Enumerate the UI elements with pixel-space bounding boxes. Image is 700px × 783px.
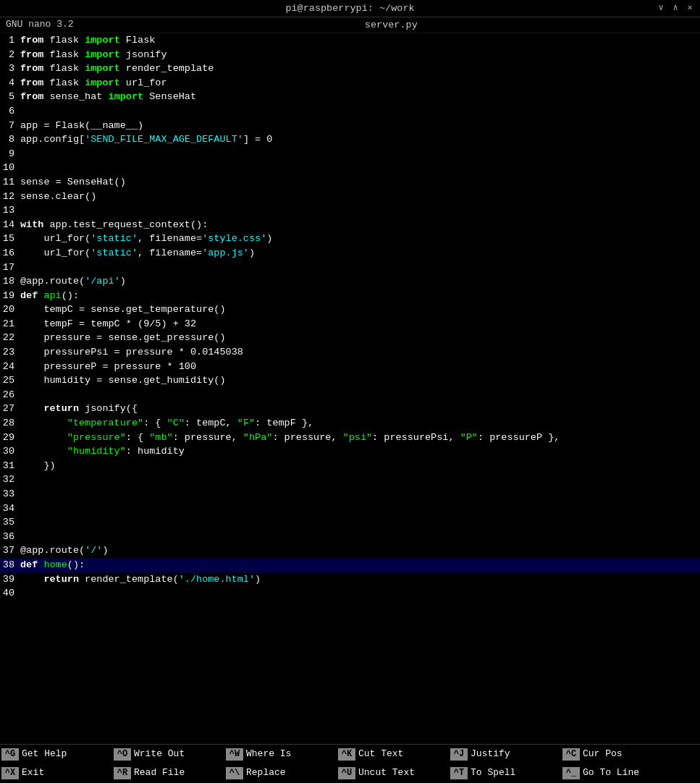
shortcut-label: Read File (134, 766, 185, 780)
line-number: 29 (0, 431, 20, 445)
code-line-7: 7app = Flask(__name__) (0, 119, 700, 133)
maximize-button[interactable]: ∧ (670, 3, 681, 14)
title-bar: pi@raspberrypi: ~/work ∨ ∧ ✕ (0, 0, 700, 17)
line-number: 10 (0, 161, 20, 175)
shortcut-label: To Spell (471, 766, 515, 780)
code-line-11: 11sense = SenseHat() (0, 175, 700, 190)
code-line-15: 15 url_for('static', filename='style.css… (0, 232, 700, 246)
code-line-16: 16 url_for('static', filename='app.js') (0, 246, 700, 261)
code-line-9: 9 (0, 147, 700, 161)
window-controls[interactable]: ∨ ∧ ✕ (655, 3, 696, 14)
shortcut-label: Cur Pos (583, 748, 623, 761)
shortcut-key: ^X (1, 767, 19, 779)
line-number: 6 (0, 104, 20, 119)
line-content: url_for('static', filename='app.js') (20, 246, 255, 261)
line-content: from flask import Flask (20, 33, 155, 48)
line-number: 27 (0, 402, 20, 416)
line-number: 4 (0, 76, 20, 90)
shortcut-item[interactable]: ^UUncut Text (338, 766, 450, 780)
code-line-3: 3from flask import render_template (0, 62, 700, 76)
line-content: sense = SenseHat() (20, 175, 126, 190)
shortcut-key: ^U (338, 767, 355, 779)
line-number: 21 (0, 317, 20, 331)
shortcut-key: ^T (450, 767, 468, 779)
code-line-26: 26 (0, 388, 700, 402)
shortcut-item[interactable]: ^GGet Help (1, 748, 114, 761)
code-line-33: 33 (0, 487, 700, 501)
minimize-button[interactable]: ∨ (655, 3, 667, 14)
line-number: 37 (0, 543, 20, 558)
line-number: 1 (0, 33, 20, 48)
code-line-8: 8app.config['SEND_FILE_MAX_AGE_DEFAULT']… (0, 132, 700, 147)
line-number: 36 (0, 530, 20, 544)
shortcut-key: ^_ (562, 767, 580, 779)
shortcut-item[interactable]: ^OWrite Out (114, 748, 226, 761)
line-content: def home(): (20, 558, 85, 572)
code-line-28: 28 "temperature": { "C": tempC, "F": tem… (0, 416, 700, 431)
code-line-30: 30 "humidity": humidity (0, 444, 700, 459)
shortcut-item[interactable]: ^XExit (1, 766, 114, 780)
line-number: 22 (0, 331, 20, 345)
close-button[interactable]: ✕ (684, 3, 696, 14)
line-number: 38 (0, 558, 20, 572)
code-line-25: 25 humidity = sense.get_humidity() (0, 373, 700, 388)
shortcut-item[interactable]: ^RRead File (114, 766, 226, 780)
shortcut-key: ^W (226, 748, 243, 761)
line-content: def api(): (20, 289, 79, 303)
line-content: pressure = sense.get_pressure() (20, 331, 226, 345)
line-content: pressurePsi = pressure * 0.0145038 (20, 345, 243, 360)
code-line-2: 2from flask import jsonify (0, 48, 700, 62)
code-line-37: 37@app.route('/') (0, 543, 700, 558)
code-line-19: 19def api(): (0, 289, 700, 303)
line-number: 28 (0, 416, 20, 431)
line-number: 3 (0, 62, 20, 76)
code-line-10: 10 (0, 161, 700, 175)
line-number: 35 (0, 515, 20, 530)
line-content: from sense_hat import SenseHat (20, 90, 196, 104)
code-line-27: 27 return jsonify({ (0, 402, 700, 416)
line-number: 16 (0, 246, 20, 261)
shortcut-label: Replace (246, 766, 286, 780)
shortcut-label: Exit (22, 766, 44, 780)
shortcut-row-1: ^GGet Help^OWrite Out^WWhere Is^KCut Tex… (0, 745, 700, 764)
line-content: from flask import jsonify (20, 48, 167, 62)
shortcut-item[interactable]: ^\Replace (226, 766, 338, 780)
shortcut-key: ^K (338, 748, 355, 761)
code-line-29: 29 "pressure": { "mb": pressure, "hPa": … (0, 431, 700, 445)
shortcut-item[interactable]: ^CCur Pos (562, 748, 675, 761)
shortcut-item[interactable]: ^JJustify (450, 748, 562, 761)
code-line-5: 5from sense_hat import SenseHat (0, 90, 700, 104)
shortcut-label: Go To Line (583, 766, 639, 780)
shortcut-item[interactable]: ^WWhere Is (226, 748, 338, 761)
line-content: sense.clear() (20, 190, 96, 204)
code-line-21: 21 tempF = tempC * (9/5) + 32 (0, 317, 700, 331)
line-number: 19 (0, 289, 20, 303)
line-number: 18 (0, 274, 20, 289)
shortcut-item[interactable]: ^_Go To Line (562, 766, 675, 780)
status-bar: ^GGet Help^OWrite Out^WWhere Is^KCut Tex… (0, 744, 700, 783)
line-number: 39 (0, 572, 20, 587)
code-line-32: 32 (0, 473, 700, 487)
line-number: 34 (0, 501, 20, 516)
shortcut-key: ^\ (226, 767, 243, 779)
line-content: "temperature": { "C": tempC, "F": tempF … (20, 416, 313, 431)
line-content: }) (20, 459, 56, 473)
window-title: pi@raspberrypi: ~/work (285, 1, 414, 16)
line-content: @app.route('/') (20, 543, 109, 558)
code-line-23: 23 pressurePsi = pressure * 0.0145038 (0, 345, 700, 360)
line-content: from flask import url_for (20, 76, 167, 90)
code-line-17: 17 (0, 261, 700, 275)
code-line-34: 34 (0, 501, 700, 516)
line-number: 9 (0, 147, 20, 161)
shortcut-label: Uncut Text (358, 766, 415, 780)
line-number: 8 (0, 132, 20, 147)
shortcut-item[interactable]: ^KCut Text (338, 748, 450, 761)
code-line-12: 12sense.clear() (0, 190, 700, 204)
app-name: GNU nano 3.2 (6, 18, 74, 32)
code-line-22: 22 pressure = sense.get_pressure() (0, 331, 700, 345)
shortcut-item[interactable]: ^TTo Spell (450, 766, 562, 780)
line-content: app.config['SEND_FILE_MAX_AGE_DEFAULT'] … (20, 132, 272, 147)
line-number: 23 (0, 345, 20, 360)
line-number: 5 (0, 90, 20, 104)
line-content: tempF = tempC * (9/5) + 32 (20, 317, 196, 331)
